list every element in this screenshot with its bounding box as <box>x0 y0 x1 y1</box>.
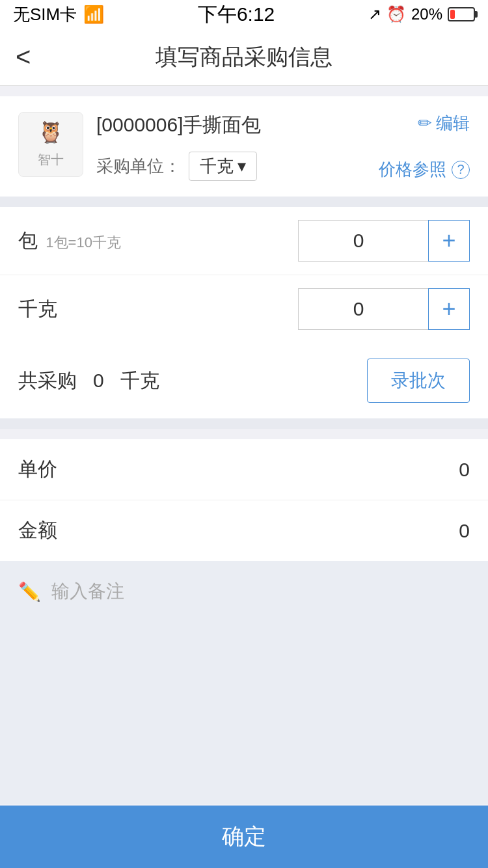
kg-qty-wrap: + <box>298 288 470 330</box>
kg-label: 千克 <box>18 296 96 323</box>
summary-prefix: 共采购 <box>18 370 77 391</box>
product-logo: 🦉智十 <box>38 120 64 170</box>
input-section: 包 1包=10千克 + 千克 + <box>0 207 488 343</box>
remark-section[interactable]: ✏️ 输入备注 <box>0 561 488 622</box>
edit-icon: ✏ <box>418 113 432 133</box>
price-reference-button[interactable]: 价格参照 ? <box>379 158 470 181</box>
nav-bar: < 填写商品采购信息 <box>0 29 488 86</box>
wifi-icon: 📶 <box>83 5 104 25</box>
bag-label-text: 包 <box>18 230 38 251</box>
price-amount-section: 单价 0 金额 0 <box>0 439 488 561</box>
price-ref-label: 价格参照 <box>379 158 446 181</box>
section-divider-2 <box>0 418 488 429</box>
location-icon: ↗ <box>368 5 381 23</box>
content-fill <box>0 622 488 804</box>
edit-button[interactable]: ✏ 编辑 <box>418 112 470 135</box>
confirm-button[interactable]: 确定 <box>0 806 488 868</box>
back-button[interactable]: < <box>16 42 31 72</box>
bag-sub-label: 1包=10千克 <box>46 234 121 251</box>
unit-value: 千克 <box>200 155 234 178</box>
amount-row: 金额 0 <box>0 500 488 561</box>
edit-label: 编辑 <box>436 112 470 135</box>
battery-icon <box>448 7 475 21</box>
remark-placeholder: 输入备注 <box>51 579 124 604</box>
amount-label: 金额 <box>18 517 57 544</box>
status-bar-left: 无SIM卡 📶 <box>13 3 104 26</box>
page-title: 填写商品采购信息 <box>156 42 332 72</box>
bag-input-row: 包 1包=10千克 + <box>0 207 488 275</box>
kg-quantity-input[interactable] <box>298 288 428 330</box>
unit-select[interactable]: 千克 ▾ <box>189 152 257 181</box>
unit-price-label: 单价 <box>18 456 57 483</box>
product-card: 🦉智十 [0000006]手撕面包 采购单位： 千克 ▾ ✏ 编辑 价格参照 ? <box>0 96 488 197</box>
bag-label: 包 1包=10千克 <box>18 228 121 254</box>
unit-price-value: 0 <box>459 459 470 481</box>
unit-price-row: 单价 0 <box>0 439 488 500</box>
summary-row: 共采购 0 千克 录批次 <box>0 343 488 418</box>
product-name: [0000006]手撕面包 <box>96 112 470 139</box>
status-bar-right: ↗ ⏰ 20% <box>368 5 475 23</box>
summary-suffix: 千克 <box>120 370 159 391</box>
summary-quantity: 0 <box>93 370 104 391</box>
summary-section: 共采购 0 千克 录批次 <box>0 343 488 418</box>
record-batch-button[interactable]: 录批次 <box>367 359 470 403</box>
carrier-label: 无SIM卡 <box>13 3 77 26</box>
status-bar: 无SIM卡 📶 下午6:12 ↗ ⏰ 20% <box>0 0 488 29</box>
battery-pct-label: 20% <box>411 5 442 23</box>
product-thumbnail: 🦉智十 <box>18 112 83 177</box>
bag-plus-button[interactable]: + <box>428 220 470 262</box>
summary-text: 共采购 0 千克 <box>18 368 159 394</box>
alarm-icon: ⏰ <box>386 5 406 23</box>
kg-plus-button[interactable]: + <box>428 288 470 330</box>
dropdown-arrow-icon: ▾ <box>237 156 246 176</box>
help-icon: ? <box>452 161 470 179</box>
remark-icon: ✏️ <box>18 581 41 603</box>
bag-qty-wrap: + <box>298 220 470 262</box>
bag-quantity-input[interactable] <box>298 220 428 262</box>
status-bar-time: 下午6:12 <box>198 1 275 28</box>
section-divider-1 <box>0 197 488 207</box>
kg-input-row: 千克 + <box>0 275 488 343</box>
amount-value: 0 <box>459 520 470 542</box>
unit-label: 采购单位： <box>96 155 181 178</box>
confirm-label: 确定 <box>222 822 266 852</box>
